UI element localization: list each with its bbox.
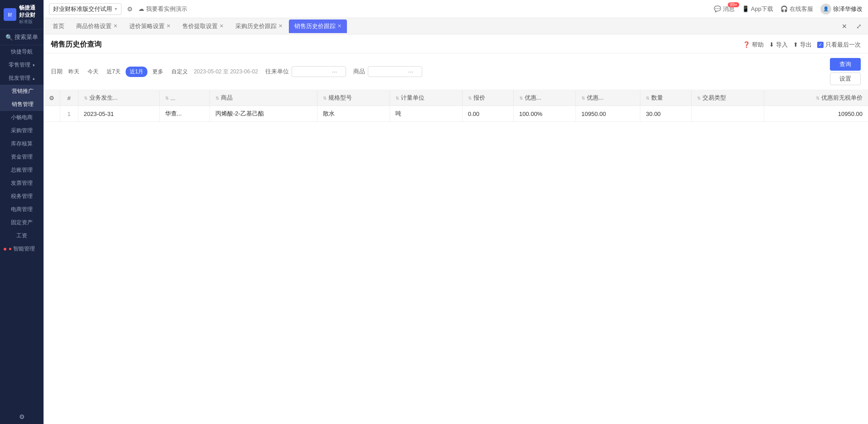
sidebar-item-quick-nav[interactable]: 快捷导航: [0, 45, 44, 58]
topbar-settings-btn[interactable]: ⚙: [127, 5, 133, 13]
window-close-btn[interactable]: ✕: [839, 21, 850, 32]
sidebar-item-payroll[interactable]: 工资: [0, 229, 44, 242]
demo-link[interactable]: ☁ 我要看实例演示: [138, 5, 187, 13]
sidebar-item-marketing[interactable]: 营销推广: [0, 85, 44, 98]
row-unit: 吨: [390, 106, 462, 122]
row-pretax: 10950.00: [764, 106, 868, 122]
unit-dots-btn[interactable]: ···: [332, 68, 337, 75]
sidebar-item-ecommerce[interactable]: 电商管理: [0, 203, 44, 216]
col-spec[interactable]: ⇅ 规格型号: [317, 90, 390, 106]
sidebar-item-ecommerce-small[interactable]: 小畅电商: [0, 111, 44, 124]
tab-product-price[interactable]: 商品价格设置 ✕: [71, 19, 123, 33]
row-index: 1: [60, 106, 78, 122]
sidebar-logo: 财 畅捷通好业财 标准版: [0, 0, 44, 29]
table-header: ⚙ # ⇅ 业务发生... ⇅ ...: [44, 90, 868, 106]
date-btn-more[interactable]: 更多: [149, 67, 166, 77]
col-trans-type[interactable]: ⇅ 交易类型: [692, 90, 764, 106]
date-btn-custom[interactable]: 自定义: [168, 67, 191, 77]
close-icon[interactable]: ✕: [166, 23, 171, 29]
col-spec-sort-icon: ⇅: [323, 96, 327, 101]
settings-btn[interactable]: 设置: [830, 72, 861, 85]
tab-sales-history[interactable]: 销售历史价跟踪 ✕: [289, 19, 347, 33]
logo-title: 畅捷通好业财: [19, 5, 40, 19]
sidebar-inventory-label: 库存核算: [11, 140, 33, 147]
table-body: 1 2023-05-31 华查... 丙烯酸-2-乙基己酯 散水 吨 0.00 …: [44, 106, 868, 122]
sidebar-item-inventory[interactable]: 库存核算: [0, 137, 44, 150]
table-container: ⚙ # ⇅ 业务发生... ⇅ ...: [44, 90, 868, 424]
help-btn[interactable]: ❓ 帮助: [743, 41, 764, 49]
tab-sell-price-label: 售价提取设置: [182, 22, 218, 30]
import-btn[interactable]: ⬇ 导入: [769, 41, 788, 49]
sidebar-item-purchase[interactable]: 采购管理: [0, 124, 44, 137]
unit-input-wrap[interactable]: ···: [292, 66, 346, 77]
topbar: 好业财标准版交付试用 ▾ ⚙ ☁ 我要看实例演示 💬 消息 99+ 📱 App下…: [44, 0, 868, 18]
col-price-sort-icon: ⇅: [468, 96, 472, 101]
date-btn-7days[interactable]: 近7天: [103, 67, 124, 77]
col-product[interactable]: ⇅ 商品: [210, 90, 317, 106]
col-pretax[interactable]: ⇅ 优惠前无税单价: [764, 90, 868, 106]
date-btn-1month[interactable]: 近1月: [126, 67, 148, 77]
row-discount2: 10950.00: [575, 106, 640, 122]
product-filter-label: 商品: [353, 67, 365, 76]
col-pretax-sort-icon: ⇅: [816, 96, 819, 101]
col-settings[interactable]: ⚙: [44, 90, 60, 106]
sidebar-search-label: 搜索菜单: [15, 33, 38, 41]
date-btn-today[interactable]: 今天: [84, 67, 102, 77]
sidebar-item-wholesale[interactable]: 批发管理 ▴: [0, 72, 44, 85]
app-download-btn[interactable]: 📱 App下载: [742, 5, 773, 13]
export-btn[interactable]: ⬆ 导出: [793, 41, 812, 49]
online-service-btn[interactable]: 🎧 在线客服: [780, 5, 813, 13]
sidebar-item-finance[interactable]: 资金管理: [0, 150, 44, 164]
sidebar-settings-btn[interactable]: ⚙: [0, 410, 44, 424]
app-selector[interactable]: 好业财标准版交付试用 ▾: [49, 3, 122, 15]
query-btn[interactable]: 查询: [830, 58, 861, 71]
row-date: 2023-05-31: [78, 106, 159, 122]
col-unit[interactable]: ⇅ 计量单位: [390, 90, 462, 106]
close-icon[interactable]: ✕: [113, 23, 117, 29]
col-spec-label: 规格型号: [328, 94, 352, 102]
close-icon[interactable]: ✕: [337, 23, 341, 29]
date-range-display: 2023-05-02 至 2023-06-02: [194, 68, 258, 76]
window-controls: ✕ ⤢: [839, 21, 864, 32]
sidebar-item-fixed-assets[interactable]: 固定资产: [0, 216, 44, 229]
date-btn-yesterday[interactable]: 昨天: [65, 67, 83, 77]
col-date[interactable]: ⇅ 业务发生...: [78, 90, 159, 106]
tab-purchase-history[interactable]: 采购历史价跟踪 ✕: [230, 19, 288, 33]
col-transtype-sort-icon: ⇅: [697, 96, 701, 101]
col-extra[interactable]: ⇅ ...: [159, 90, 210, 106]
col-discount2[interactable]: ⇅ 优惠...: [575, 90, 640, 106]
col-price[interactable]: ⇅ 报价: [462, 90, 513, 106]
sidebar-item-invoice[interactable]: 发票管理: [0, 177, 44, 190]
tab-cost-strategy[interactable]: 进价策略设置 ✕: [124, 19, 176, 33]
show-last-toggle[interactable]: ✓ 只看最后一次: [817, 41, 861, 49]
sidebar-item-smart[interactable]: ● 智能管理: [0, 242, 44, 255]
sidebar-search[interactable]: 🔍 搜索菜单: [0, 29, 44, 45]
tab-home[interactable]: 首页: [47, 19, 70, 33]
logo-sub: 标准版: [19, 19, 40, 24]
sidebar-item-sales-mgmt[interactable]: 销售管理: [0, 98, 44, 111]
sidebar-item-ledger[interactable]: 总账管理: [0, 164, 44, 177]
date-filter-label: 日期: [51, 67, 63, 76]
online-service-label: 在线客服: [790, 5, 813, 13]
col-discount1[interactable]: ⇅ 优惠...: [513, 90, 575, 106]
logo-icon: 财: [4, 8, 16, 21]
tab-sell-price[interactable]: 售价提取设置 ✕: [177, 19, 229, 33]
product-input[interactable]: [372, 68, 408, 75]
unit-input[interactable]: [296, 68, 332, 75]
product-dots-btn[interactable]: ···: [408, 68, 414, 75]
col-qty[interactable]: ⇅ 数量: [640, 90, 692, 106]
user-profile[interactable]: 👤 徐泽华修改: [820, 4, 863, 14]
sidebar-item-retail[interactable]: 零售管理 ▾: [0, 58, 44, 72]
message-btn[interactable]: 💬 消息 99+: [714, 5, 735, 13]
col-discount1-label: 优惠...: [525, 94, 541, 102]
close-icon[interactable]: ✕: [219, 23, 224, 29]
close-icon[interactable]: ✕: [278, 23, 283, 29]
col-discount2-label: 优惠...: [587, 94, 604, 102]
app-selector-label: 好业财标准版交付试用: [53, 5, 112, 13]
window-maximize-btn[interactable]: ⤢: [853, 21, 864, 32]
sidebar-item-tax[interactable]: 税务管理: [0, 190, 44, 203]
show-last-checkbox-icon: ✓: [817, 42, 824, 48]
product-input-wrap[interactable]: ···: [368, 66, 422, 77]
col-date-sort-icon: ⇅: [84, 96, 88, 101]
demo-label: 我要看实例演示: [146, 5, 187, 13]
